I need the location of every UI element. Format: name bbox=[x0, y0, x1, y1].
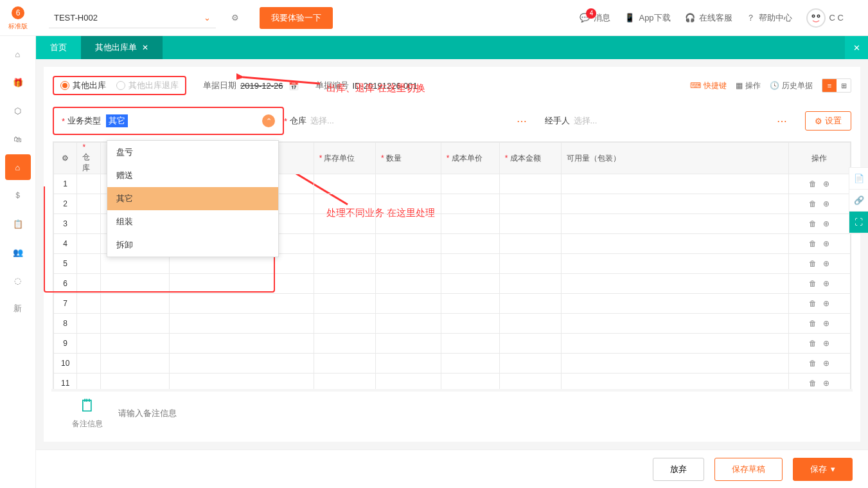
shortcut-link[interactable]: ⌨快捷键 bbox=[690, 80, 727, 91]
org-settings-button[interactable]: ⚙ bbox=[226, 9, 244, 27]
handler-more-button[interactable]: ⋯ bbox=[772, 115, 793, 127]
close-icon[interactable]: ✕ bbox=[142, 43, 148, 52]
cell-unit[interactable] bbox=[314, 294, 375, 314]
warehouse-more-button[interactable]: ⋯ bbox=[511, 115, 533, 127]
cell-cost-amount[interactable] bbox=[499, 194, 561, 214]
cell-unit-cost[interactable] bbox=[441, 254, 499, 274]
cell-qty[interactable] bbox=[376, 314, 441, 334]
tab-home[interactable]: 首页 bbox=[36, 36, 81, 59]
business-type-field[interactable]: * 业务类型 其它 ⌃ 盘亏赠送其它组装拆卸 bbox=[53, 107, 284, 135]
discard-button[interactable]: 放弃 bbox=[653, 458, 704, 481]
delete-row-button[interactable]: 🗑 bbox=[809, 319, 817, 328]
radio-outbound-return[interactable]: 其他出库退库 bbox=[116, 80, 179, 91]
cell-qty[interactable] bbox=[376, 194, 441, 214]
cell-unit[interactable] bbox=[314, 194, 375, 214]
nav-warehouse[interactable]: ⌂ bbox=[5, 154, 31, 180]
table-row[interactable]: 9🗑⊕ bbox=[54, 334, 851, 354]
cell-cost-amount[interactable] bbox=[499, 274, 561, 294]
cell-qty[interactable] bbox=[376, 234, 441, 254]
cell-code[interactable] bbox=[169, 354, 314, 374]
add-row-button[interactable]: ⊕ bbox=[823, 299, 829, 308]
col-settings[interactable]: ⚙ bbox=[54, 143, 77, 174]
cell-warehouse[interactable] bbox=[77, 254, 100, 274]
settings-button[interactable]: ⚙ 设置 bbox=[805, 111, 851, 131]
cell-unit[interactable] bbox=[314, 274, 375, 294]
cell-available[interactable] bbox=[562, 274, 788, 294]
add-row-button[interactable]: ⊕ bbox=[823, 319, 829, 328]
add-row-button[interactable]: ⊕ bbox=[823, 379, 829, 388]
dropdown-option[interactable]: 其它 bbox=[107, 187, 278, 210]
cell-qty[interactable] bbox=[376, 254, 441, 274]
history-link[interactable]: 🕓历史单据 bbox=[770, 80, 813, 91]
cell-code[interactable] bbox=[169, 334, 314, 354]
cell-blank[interactable] bbox=[100, 354, 169, 374]
cell-available[interactable] bbox=[562, 254, 788, 274]
cell-unit[interactable] bbox=[314, 334, 375, 354]
table-row[interactable]: 8🗑⊕ bbox=[54, 314, 851, 334]
dropdown-option[interactable]: 赠送 bbox=[107, 164, 278, 187]
remark-input[interactable] bbox=[113, 403, 842, 423]
rt-note-button[interactable]: 📄 bbox=[849, 168, 868, 190]
messages-link[interactable]: 💬 4 消息 bbox=[580, 12, 610, 24]
cell-qty[interactable] bbox=[376, 174, 441, 194]
add-row-button[interactable]: ⊕ bbox=[823, 279, 829, 288]
nav-contacts[interactable]: 👥 bbox=[5, 239, 31, 265]
cell-unit[interactable] bbox=[314, 214, 375, 234]
nav-home[interactable]: ⌂ bbox=[5, 41, 31, 67]
cell-qty[interactable] bbox=[376, 334, 441, 354]
cell-blank[interactable] bbox=[100, 294, 169, 314]
cell-cost-amount[interactable] bbox=[499, 254, 561, 274]
table-row[interactable]: 7🗑⊕ bbox=[54, 294, 851, 314]
cell-blank[interactable] bbox=[100, 314, 169, 334]
cell-blank[interactable] bbox=[100, 274, 169, 294]
online-service-link[interactable]: 🎧 在线客服 bbox=[685, 12, 732, 24]
cell-unit-cost[interactable] bbox=[441, 194, 499, 214]
add-row-button[interactable]: ⊕ bbox=[823, 199, 829, 208]
dropdown-option[interactable]: 拆卸 bbox=[107, 233, 278, 257]
delete-row-button[interactable]: 🗑 bbox=[809, 259, 817, 268]
cell-qty[interactable] bbox=[376, 214, 441, 234]
dropdown-option[interactable]: 盘亏 bbox=[107, 141, 278, 164]
cell-qty[interactable] bbox=[376, 354, 441, 374]
cell-code[interactable] bbox=[169, 294, 314, 314]
nav-new[interactable]: 新 bbox=[5, 296, 31, 321]
cell-warehouse[interactable] bbox=[77, 174, 100, 194]
cell-available[interactable] bbox=[562, 174, 788, 194]
delete-row-button[interactable]: 🗑 bbox=[809, 299, 817, 308]
add-row-button[interactable]: ⊕ bbox=[823, 339, 829, 348]
calendar-icon[interactable]: 📅 bbox=[288, 81, 299, 91]
delete-row-button[interactable]: 🗑 bbox=[809, 339, 817, 348]
cell-warehouse[interactable] bbox=[77, 354, 100, 374]
cell-warehouse[interactable] bbox=[77, 314, 100, 334]
cell-unit-cost[interactable] bbox=[441, 234, 499, 254]
cell-warehouse[interactable] bbox=[77, 234, 100, 254]
delete-row-button[interactable]: 🗑 bbox=[809, 179, 817, 188]
try-experience-button[interactable]: 我要体验一下 bbox=[260, 7, 333, 29]
chevron-up-icon[interactable]: ⌃ bbox=[262, 114, 275, 127]
delete-row-button[interactable]: 🗑 bbox=[809, 379, 817, 388]
nav-money[interactable]: ＄ bbox=[5, 183, 31, 208]
add-row-button[interactable]: ⊕ bbox=[823, 359, 829, 368]
cell-cost-amount[interactable] bbox=[499, 174, 561, 194]
app-download-link[interactable]: 📱 App下载 bbox=[624, 12, 670, 24]
cell-unit-cost[interactable] bbox=[441, 174, 499, 194]
rt-link-button[interactable]: 🔗 bbox=[849, 190, 868, 212]
cell-blank[interactable] bbox=[100, 334, 169, 354]
operate-link[interactable]: ▦操作 bbox=[736, 80, 761, 91]
rt-expand-button[interactable]: ⛶ bbox=[849, 212, 868, 233]
nav-bag[interactable]: 🛍 bbox=[5, 126, 31, 152]
cell-unit-cost[interactable] bbox=[441, 334, 499, 354]
cell-unit[interactable] bbox=[314, 234, 375, 254]
app-logo[interactable]: 6 标准版 bbox=[0, 5, 36, 31]
add-row-button[interactable]: ⊕ bbox=[823, 259, 829, 268]
delete-row-button[interactable]: 🗑 bbox=[809, 219, 817, 228]
handler-field[interactable]: 经手人 选择... bbox=[545, 115, 598, 127]
cell-available[interactable] bbox=[562, 294, 788, 314]
nav-progress[interactable]: ◌ bbox=[5, 267, 31, 293]
save-draft-button[interactable]: 保存草稿 bbox=[714, 458, 783, 481]
cell-unit[interactable] bbox=[314, 174, 375, 194]
nav-gift[interactable]: 🎁 bbox=[5, 69, 31, 95]
cell-cost-amount[interactable] bbox=[499, 354, 561, 374]
warehouse-field[interactable]: * 仓库 选择... bbox=[284, 115, 334, 127]
cell-unit-cost[interactable] bbox=[441, 354, 499, 374]
